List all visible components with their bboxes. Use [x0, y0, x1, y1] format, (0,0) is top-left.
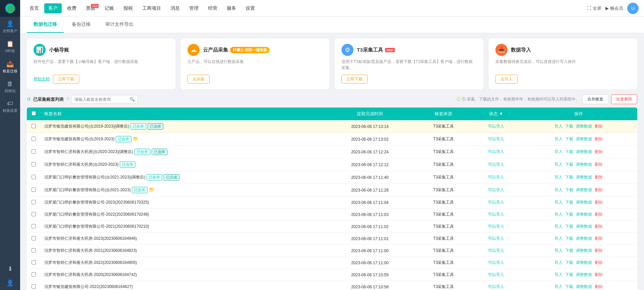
sidebar-item-user-profile[interactable]: 👤	[0, 276, 20, 290]
delete-action[interactable]: 删除	[595, 212, 603, 217]
nav-tax[interactable]: 报税	[119, 3, 137, 13]
import-action[interactable]: 导入	[554, 284, 562, 289]
nav-message[interactable]: 消息	[166, 3, 184, 13]
help-icon[interactable]: ?	[66, 97, 69, 102]
import-action[interactable]: 导入	[554, 212, 562, 217]
adjust-data-action[interactable]: 调整数据	[576, 272, 592, 277]
adjust-data-action[interactable]: 调整数据	[576, 162, 592, 167]
sidebar-item-recycle[interactable]: 🗑 回收站	[0, 77, 20, 97]
adjust-data-action[interactable]: 调整数据	[576, 124, 592, 129]
import-action[interactable]: 导入	[554, 149, 562, 154]
import-action[interactable]: 导入	[554, 124, 562, 129]
delete-action[interactable]: 删除	[595, 260, 603, 265]
search-input[interactable]	[74, 97, 128, 102]
nav-service[interactable]: 服务	[223, 3, 240, 13]
adjust-data-action[interactable]: 调整数据	[576, 200, 592, 205]
download-action[interactable]: 下载	[565, 212, 573, 217]
row-checkbox[interactable]	[32, 124, 36, 128]
import-action[interactable]: 导入	[554, 175, 562, 179]
tab-backup-migration[interactable]: 备份迁移	[65, 17, 97, 33]
cloud-collect-btn[interactable]: 去采集	[187, 75, 210, 84]
file-icon[interactable]: 📁	[133, 136, 139, 141]
download-action[interactable]: 下载	[565, 272, 573, 277]
download-action[interactable]: 下载	[565, 200, 573, 205]
merge-account-btn[interactable]: 合并账套	[582, 94, 608, 104]
help-doc-link[interactable]: 帮助文档	[34, 76, 50, 82]
row-checkbox[interactable]	[32, 284, 36, 289]
fullscreen-btn[interactable]: ⛶ 全屏	[587, 5, 601, 11]
row-checkbox[interactable]	[32, 200, 36, 204]
download-action[interactable]: 下载	[565, 224, 573, 229]
import-action[interactable]: 导入	[554, 200, 562, 205]
nav-home[interactable]: 首页	[25, 3, 43, 13]
nav-accounting[interactable]: 记账	[101, 3, 118, 13]
download-now-btn[interactable]: 立即下载	[53, 75, 79, 84]
delete-action[interactable]: 删除	[595, 224, 603, 229]
delete-action[interactable]: 删除	[595, 284, 603, 289]
import-btn[interactable]: 去导入	[495, 75, 518, 84]
download-action[interactable]: 下载	[565, 284, 573, 289]
adjust-data-action[interactable]: 调整数据	[576, 149, 592, 154]
download-action[interactable]: 下载	[565, 248, 573, 253]
membership-btn[interactable]: ▶ 畅会员	[605, 5, 623, 11]
delete-action[interactable]: 删除	[595, 188, 603, 192]
sidebar-item-download[interactable]: ⬇	[0, 262, 20, 276]
adjust-data-action[interactable]: 调整数据	[576, 188, 592, 192]
nav-management[interactable]: 管理	[185, 3, 203, 13]
nav-invoice[interactable]: 票据 new	[82, 3, 99, 13]
import-action[interactable]: 导入	[554, 137, 562, 141]
import-action[interactable]: 导入	[554, 260, 562, 265]
sidebar-item-account-transfer[interactable]: 📤 账套迁移	[0, 57, 20, 77]
file-icon[interactable]: 📁	[149, 187, 155, 192]
tab-audit-export[interactable]: 审计文件导出	[99, 17, 140, 33]
adjust-data-action[interactable]: 调整数据	[576, 224, 592, 229]
adjust-data-action[interactable]: 调整数据	[576, 175, 592, 179]
download-action[interactable]: 下载	[565, 175, 573, 179]
delete-action[interactable]: 删除	[595, 137, 603, 141]
import-action[interactable]: 导入	[554, 272, 562, 277]
import-action[interactable]: 导入	[554, 236, 562, 241]
row-checkbox[interactable]	[32, 224, 36, 228]
adjust-data-action[interactable]: 调整数据	[576, 236, 592, 241]
search-icon[interactable]: 🔍	[129, 97, 135, 102]
delete-action[interactable]: 删除	[595, 175, 603, 179]
delete-action[interactable]: 删除	[595, 272, 603, 277]
nav-operation[interactable]: 经营	[204, 3, 221, 13]
download-action[interactable]: 下载	[565, 188, 573, 192]
row-checkbox[interactable]	[32, 248, 36, 252]
download-action[interactable]: 下载	[565, 149, 573, 154]
col-status[interactable]: 状态 ▼	[472, 107, 520, 120]
t3-download-btn[interactable]: 立即下载	[341, 75, 368, 84]
download-action[interactable]: 下载	[565, 137, 573, 141]
nav-settings[interactable]: 设置	[241, 3, 259, 13]
delete-action[interactable]: 删除	[595, 236, 603, 241]
import-action[interactable]: 导入	[554, 224, 562, 229]
tab-data-migration[interactable]: 数据包迁移	[27, 17, 64, 33]
delete-action[interactable]: 删除	[595, 124, 603, 129]
delete-action[interactable]: 删除	[595, 200, 603, 205]
nav-business[interactable]: 工商项目	[138, 3, 165, 13]
delete-action[interactable]: 删除	[595, 162, 603, 167]
download-action[interactable]: 下载	[565, 162, 573, 167]
row-checkbox[interactable]	[32, 236, 36, 240]
sidebar-item-zero-declare[interactable]: 📋 0申报	[0, 37, 20, 57]
nav-billing[interactable]: 收费	[63, 3, 80, 13]
col-checkbox[interactable]	[27, 107, 40, 120]
delete-action[interactable]: 删除	[595, 149, 603, 154]
download-action[interactable]: 下载	[565, 124, 573, 129]
refresh-icon[interactable]: ↺	[27, 97, 31, 102]
sidebar-item-all-clients[interactable]: 👤 全部客户	[0, 17, 20, 37]
download-action[interactable]: 下载	[565, 260, 573, 265]
adjust-data-action[interactable]: 调整数据	[576, 260, 592, 265]
row-checkbox[interactable]	[32, 175, 36, 179]
app-logo[interactable]: 🌿	[0, 0, 20, 17]
row-checkbox[interactable]	[32, 260, 36, 265]
adjust-data-action[interactable]: 调整数据	[576, 248, 592, 253]
row-checkbox[interactable]	[32, 149, 36, 154]
nav-client[interactable]: 客户	[44, 3, 62, 13]
batch-delete-btn[interactable]: 批量删除	[611, 94, 637, 104]
row-checkbox[interactable]	[32, 212, 36, 216]
select-all-checkbox[interactable]	[32, 111, 36, 116]
adjust-data-action[interactable]: 调整数据	[576, 137, 592, 141]
user-avatar[interactable]: U	[627, 3, 639, 14]
